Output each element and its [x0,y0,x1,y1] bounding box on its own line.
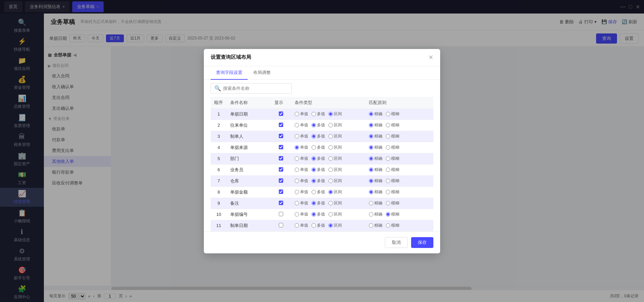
type-radio-range[interactable] [328,223,333,228]
type-radio-label-multi[interactable]: 多值 [312,133,325,139]
type-radio-multi[interactable] [312,112,316,116]
show-checkbox[interactable] [279,156,283,160]
type-radio-range[interactable] [328,168,333,172]
match-radio-exact[interactable] [369,112,373,116]
show-checkbox[interactable] [279,178,283,183]
match-radio-exact[interactable] [369,223,373,228]
match-radio-label-exact[interactable]: 精确 [369,167,382,173]
type-radio-label-range[interactable]: 区间 [328,122,342,128]
type-radio-range[interactable] [328,112,333,116]
show-checkbox[interactable] [279,145,283,149]
type-radio-multi[interactable] [312,201,316,205]
type-radio-single[interactable] [295,145,299,150]
match-radio-exact[interactable] [369,134,373,139]
type-radio-label-multi[interactable]: 多值 [312,156,325,161]
type-radio-single[interactable] [295,190,299,194]
type-radio-label-multi[interactable]: 多值 [312,167,325,173]
match-radio-fuzzy[interactable] [386,156,390,161]
type-radio-label-single[interactable]: 单值 [295,133,308,139]
type-radio-label-range[interactable]: 区间 [328,133,342,139]
match-radio-label-fuzzy[interactable]: 模糊 [386,178,399,184]
type-radio-multi[interactable] [312,123,316,127]
type-radio-label-range[interactable]: 区间 [328,156,342,161]
type-radio-multi[interactable] [312,212,316,217]
type-radio-range[interactable] [328,212,333,217]
type-radio-single[interactable] [295,201,299,205]
type-radio-range[interactable] [328,201,333,205]
type-radio-single[interactable] [295,156,299,161]
type-radio-range[interactable] [328,156,333,161]
match-radio-label-exact[interactable]: 精确 [369,156,382,161]
type-radio-multi[interactable] [312,145,316,150]
match-radio-label-fuzzy[interactable]: 模糊 [386,122,399,128]
match-radio-label-fuzzy[interactable]: 模糊 [386,189,399,195]
match-radio-fuzzy[interactable] [386,212,390,217]
cancel-button[interactable]: 取消 [385,237,408,248]
type-radio-label-single[interactable]: 单值 [295,122,308,128]
type-radio-label-single[interactable]: 单值 [295,178,308,184]
match-radio-label-exact[interactable]: 精确 [369,200,382,206]
type-radio-range[interactable] [328,190,333,194]
type-radio-single[interactable] [295,212,299,217]
match-radio-fuzzy[interactable] [386,190,390,194]
match-radio-exact[interactable] [369,145,373,150]
type-radio-range[interactable] [328,145,333,150]
match-radio-label-fuzzy[interactable]: 模糊 [386,167,399,173]
type-radio-single[interactable] [295,168,299,172]
match-radio-label-exact[interactable]: 精确 [369,211,382,217]
match-radio-label-exact[interactable]: 精确 [369,178,382,184]
type-radio-label-multi[interactable]: 多值 [312,189,325,195]
type-radio-label-range[interactable]: 区间 [328,223,342,228]
type-radio-label-range[interactable]: 区间 [328,200,342,206]
match-radio-label-exact[interactable]: 精确 [369,111,382,117]
type-radio-single[interactable] [295,112,299,116]
type-radio-label-single[interactable]: 单值 [295,156,308,161]
type-radio-label-range[interactable]: 区间 [328,111,342,117]
match-radio-label-fuzzy[interactable]: 模糊 [386,223,399,228]
type-radio-multi[interactable] [312,179,316,183]
match-radio-fuzzy[interactable] [386,112,390,116]
match-radio-label-fuzzy[interactable]: 模糊 [386,200,399,206]
type-radio-label-range[interactable]: 区间 [328,178,342,184]
show-checkbox[interactable] [279,201,283,205]
type-radio-range[interactable] [328,179,333,183]
match-radio-label-exact[interactable]: 精确 [369,223,382,228]
type-radio-label-single[interactable]: 单值 [295,145,308,150]
type-radio-label-multi[interactable]: 多值 [312,145,325,150]
type-radio-multi[interactable] [312,134,316,139]
show-checkbox[interactable] [279,167,283,172]
type-radio-label-range[interactable]: 区间 [328,211,342,217]
match-radio-fuzzy[interactable] [386,179,390,183]
type-radio-single[interactable] [295,123,299,127]
type-radio-label-multi[interactable]: 多值 [312,111,325,117]
modal-tab-fields[interactable]: 查询字段设置 [211,66,248,80]
type-radio-single[interactable] [295,179,299,183]
type-radio-range[interactable] [328,123,333,127]
match-radio-exact[interactable] [369,190,373,194]
match-radio-exact[interactable] [369,156,373,161]
type-radio-multi[interactable] [312,156,316,161]
match-radio-fuzzy[interactable] [386,123,390,127]
modal-tab-layout[interactable]: 布局调整 [248,66,276,80]
type-radio-single[interactable] [295,223,299,228]
match-radio-fuzzy[interactable] [386,223,390,228]
type-radio-label-single[interactable]: 单值 [295,211,308,217]
match-radio-fuzzy[interactable] [386,168,390,172]
type-radio-label-single[interactable]: 单值 [295,223,308,228]
type-radio-multi[interactable] [312,223,316,228]
type-radio-label-multi[interactable]: 多值 [312,211,325,217]
match-radio-label-fuzzy[interactable]: 模糊 [386,133,399,139]
type-radio-label-multi[interactable]: 多值 [312,200,325,206]
type-radio-single[interactable] [295,134,299,139]
show-checkbox[interactable] [279,212,283,216]
type-radio-multi[interactable] [312,190,316,194]
match-radio-fuzzy[interactable] [386,145,390,150]
type-radio-label-multi[interactable]: 多值 [312,178,325,184]
match-radio-fuzzy[interactable] [386,201,390,205]
type-radio-label-range[interactable]: 区间 [328,189,342,195]
match-radio-exact[interactable] [369,123,373,127]
match-radio-label-fuzzy[interactable]: 模糊 [386,145,399,150]
type-radio-label-multi[interactable]: 多值 [312,223,325,228]
match-radio-exact[interactable] [369,212,373,217]
show-checkbox[interactable] [279,134,283,138]
